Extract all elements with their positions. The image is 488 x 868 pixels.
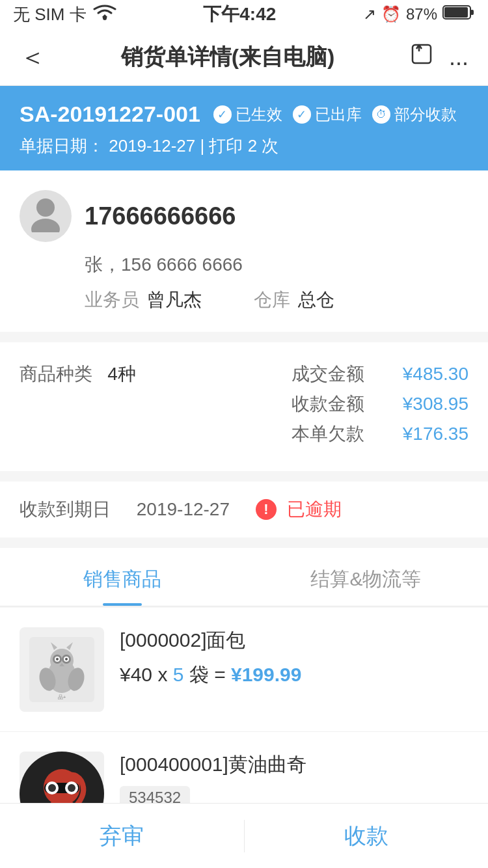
warehouse-value: 总仓 <box>298 288 334 312</box>
page-title: 销货单详情(来自电脑) <box>121 42 335 72</box>
avatar-icon <box>26 193 65 239</box>
wifi-icon <box>93 4 116 25</box>
print-info: | 打印 2 次 <box>200 136 278 156</box>
customer-meta: 业务员 曾凡杰 仓库 总仓 <box>20 288 468 312</box>
location-icon: ↗ <box>363 5 376 23</box>
svg-point-15 <box>65 658 68 660</box>
status-bar-right: ↗ ⏰ 87% <box>363 4 475 25</box>
salesperson-item: 业务员 曾凡杰 <box>85 288 202 312</box>
warehouse-label: 仓库 <box>254 288 290 312</box>
due-row: 本单欠款 ¥176.35 <box>291 422 468 446</box>
product-x-1: x <box>157 664 172 685</box>
battery-text: 87% <box>406 5 437 23</box>
battery-icon <box>442 4 475 25</box>
customer-section: 17666666666 张，156 6666 6666 业务员 曾凡杰 仓库 总… <box>0 170 488 332</box>
product-item-1: 品+ [0000002]面包 ¥40 x 5 袋 = ¥199.99 <box>0 608 488 732</box>
svg-point-6 <box>31 219 60 232</box>
due-value: ¥176.35 <box>377 424 468 444</box>
status-bar-left: 无 SIM 卡 <box>13 3 116 26</box>
warehouse-item: 仓库 总仓 <box>254 288 334 312</box>
header-row2: 单据日期： 2019-12-27 | 打印 2 次 <box>20 135 468 157</box>
order-date: 2019-12-27 <box>109 136 195 156</box>
product-types-label: 商品种类 <box>20 364 92 384</box>
tab-settlement-label: 结算&物流等 <box>310 568 421 590</box>
svg-point-5 <box>36 198 55 217</box>
svg-rect-3 <box>444 7 468 18</box>
header-banner: SA-20191227-001 ✓ 已生效 ✓ 已出库 ⏱ 部分收款 单据日期：… <box>0 86 488 170</box>
nav-actions: ... <box>410 42 468 72</box>
product-thumb-1: 品+ <box>20 627 104 712</box>
due-label: 本单欠款 <box>291 422 364 446</box>
bottom-bar: 弃审 收款 <box>0 803 488 868</box>
amount-value: ¥485.30 <box>377 364 468 385</box>
check-icon-1: ✓ <box>213 105 232 124</box>
product-price-1: ¥40 <box>120 664 152 685</box>
product-price-row-1: ¥40 x 5 袋 = ¥199.99 <box>120 662 468 688</box>
customer-id: 17666666666 <box>85 202 236 230</box>
clock-icon: ⏱ <box>372 105 390 124</box>
product-qty-1: 5 <box>173 664 184 685</box>
tab-sales-label: 销售商品 <box>83 568 161 590</box>
svg-point-14 <box>56 658 59 660</box>
collect-payment-button[interactable]: 收款 <box>245 808 489 864</box>
product-unit-1: 袋 <box>189 664 209 685</box>
svg-point-0 <box>103 16 107 20</box>
product-info-1: [0000002]面包 ¥40 x 5 袋 = ¥199.99 <box>120 627 468 688</box>
tabs: 销售商品 结算&物流等 <box>0 548 488 606</box>
status-time: 下午4:42 <box>203 2 276 27</box>
order-id: SA-20191227-001 <box>20 102 200 127</box>
badge-partial: ⏱ 部分收款 <box>372 104 457 125</box>
received-label: 收款金额 <box>291 392 364 416</box>
share-button[interactable] <box>410 42 433 72</box>
header-row1: SA-20191227-001 ✓ 已生效 ✓ 已出库 ⏱ 部分收款 <box>20 102 468 127</box>
svg-point-27 <box>48 784 56 792</box>
badge-active-text: 已生效 <box>236 104 282 125</box>
back-button[interactable]: ＜ <box>20 39 46 75</box>
stats-left: 商品种类 4种 <box>20 362 136 387</box>
svg-rect-2 <box>470 10 474 15</box>
overdue-text: 已逾期 <box>287 497 342 522</box>
due-date-value: 2019-12-27 <box>137 499 230 520</box>
due-date-label: 收款到期日 <box>20 497 111 522</box>
tabs-section: 销售商品 结算&物流等 <box>0 548 488 606</box>
status-badges: ✓ 已生效 ✓ 已出库 ⏱ 部分收款 <box>213 104 457 125</box>
customer-phone: 张，156 6666 6666 <box>20 252 468 277</box>
badge-active: ✓ 已生效 <box>213 104 282 125</box>
salesperson-label: 业务员 <box>85 288 139 312</box>
product-eq-1: = <box>214 664 231 685</box>
more-button[interactable]: ... <box>449 44 468 71</box>
carrier-text: 无 SIM 卡 <box>13 3 87 26</box>
product-types-value: 4种 <box>107 364 136 384</box>
amount-row: 成交金额 ¥485.30 <box>291 362 468 387</box>
received-value: ¥308.95 <box>377 394 468 414</box>
salesperson-value: 曾凡杰 <box>147 288 202 312</box>
status-bar: 无 SIM 卡 下午4:42 ↗ ⏰ 87% <box>0 0 488 29</box>
svg-text:品+: 品+ <box>58 694 66 700</box>
due-section: 收款到期日 2019-12-27 ! 已逾期 <box>0 481 488 537</box>
overdue-icon: ! <box>256 499 277 520</box>
cancel-review-button[interactable]: 弃审 <box>0 808 244 864</box>
stats-section: 商品种类 4种 成交金额 ¥485.30 收款金额 ¥308.95 本单欠款 ¥… <box>0 342 488 471</box>
avatar <box>20 190 72 242</box>
received-row: 收款金额 ¥308.95 <box>291 392 468 416</box>
badge-partial-text: 部分收款 <box>394 104 457 125</box>
amount-label: 成交金额 <box>291 362 364 387</box>
product-total-1: ¥199.99 <box>231 664 301 685</box>
alarm-icon: ⏰ <box>381 5 401 23</box>
date-label: 单据日期： <box>20 136 104 156</box>
check-icon-2: ✓ <box>293 105 311 124</box>
badge-shipped-text: 已出库 <box>315 104 362 125</box>
stats-right: 成交金额 ¥485.30 收款金额 ¥308.95 本单欠款 ¥176.35 <box>291 362 468 452</box>
nav-bar: ＜ 销货单详情(来自电脑) ... <box>0 29 488 86</box>
svg-point-28 <box>68 784 75 792</box>
tab-settlement[interactable]: 结算&物流等 <box>244 548 488 606</box>
product-name-2: [000400001]黄油曲奇 <box>120 752 468 778</box>
tab-sales[interactable]: 销售商品 <box>0 548 244 606</box>
customer-row: 17666666666 <box>20 190 468 242</box>
product-name-1: [0000002]面包 <box>120 627 468 654</box>
badge-shipped: ✓ 已出库 <box>293 104 362 125</box>
